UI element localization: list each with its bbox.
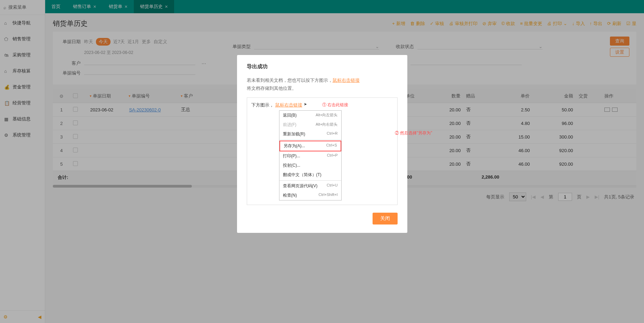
ctx-item: 返回(B)Alt+向左箭头	[279, 111, 341, 120]
ctx-label: 另存为(A)...	[284, 143, 305, 149]
ctx-label: 查看网页源代码(V)	[283, 183, 318, 189]
modal-overlay: 导出成功 若未看到相关文档，您也可以按下方图示，鼠标右击链接 将文档存储到其他位…	[0, 0, 644, 323]
ctx-item: 翻成中文（简体）(T)	[279, 170, 341, 180]
instruction-box: 下方图示， 鼠标右击链接 ➤ ① 右击此链接 返回(B)Alt+向左箭头前进(F…	[247, 97, 398, 205]
ctx-shortcut: Ctrl+U	[327, 183, 337, 189]
ctx-shortcut: Alt+向右箭头	[316, 122, 337, 128]
ctx-shortcut: Ctrl+P	[327, 153, 338, 159]
ctx-shortcut: Alt+向左箭头	[316, 112, 337, 118]
ctx-item: 另存为(A)...Ctrl+S	[279, 141, 341, 151]
ctx-label: 打印(P)...	[283, 153, 300, 159]
export-success-modal: 导出成功 若未看到相关文档，您也可以按下方图示，鼠标右击链接 将文档存储到其他位…	[237, 55, 407, 233]
ctx-label: 返回(B)	[283, 112, 297, 118]
ctx-label: 翻成中文（简体）(T)	[283, 172, 321, 178]
callout-2: ② 然后选择"另存为"	[395, 130, 432, 136]
ctx-item: 前进(F)Alt+向右箭头	[279, 120, 341, 129]
ctx-separator	[279, 140, 341, 140]
ctx-label: 检查(N)	[283, 192, 297, 198]
right-click-link[interactable]: 鼠标右击链接	[333, 78, 360, 83]
instr-link: 鼠标右击链接	[275, 102, 302, 108]
ctx-item: 检查(N)Ctrl+Shift+I	[279, 191, 341, 200]
callout-1: ① 右击此链接	[322, 102, 348, 108]
context-menu-illustration: 返回(B)Alt+向左箭头前进(F)Alt+向右箭头重新加载(R)Ctrl+R另…	[279, 110, 342, 200]
modal-text: 若未看到相关文档，您也可以按下方图示，鼠标右击链接 将文档存储到其他位置。	[247, 76, 398, 93]
ctx-separator	[279, 180, 341, 181]
ctx-item: 投射(C)...	[279, 161, 341, 170]
ctx-label: 前进(F)	[283, 122, 296, 128]
ctx-item: 查看网页源代码(V)Ctrl+U	[279, 181, 341, 191]
ctx-label: 重新加载(R)	[283, 131, 305, 137]
instr-prefix: 下方图示，	[251, 102, 274, 108]
ctx-item: 打印(P)...Ctrl+P	[279, 151, 341, 161]
cursor-icon: ➤	[304, 102, 307, 107]
ctx-label: 投射(C)...	[283, 163, 301, 168]
ctx-shortcut: Ctrl+R	[327, 131, 337, 137]
ctx-shortcut: Ctrl+S	[326, 143, 337, 149]
close-button[interactable]: 关闭	[373, 213, 398, 224]
modal-title: 导出成功	[247, 63, 398, 70]
ctx-shortcut: Ctrl+Shift+I	[318, 192, 337, 198]
ctx-item: 重新加载(R)Ctrl+R	[279, 129, 341, 139]
